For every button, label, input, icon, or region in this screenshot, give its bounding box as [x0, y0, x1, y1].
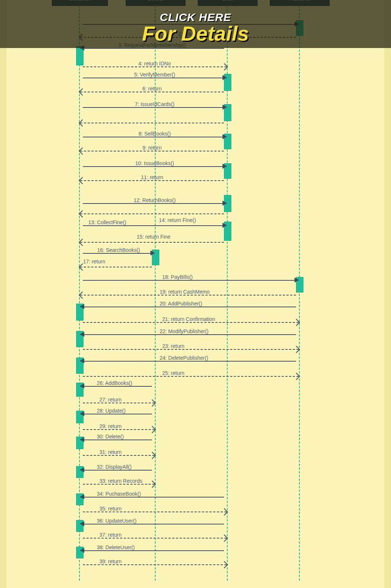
message-label: 27: return [99, 397, 122, 403]
message-label: 17: return [83, 259, 105, 264]
call-message: 7: IssueIdCards() [83, 103, 227, 111]
return-message: 31: return [83, 451, 154, 459]
message-label: 4: return IDNo [139, 61, 171, 66]
call-message: 34: PuchaseBook() [80, 493, 224, 500]
return-message: 6: return [80, 88, 224, 95]
message-label: 34: PuchaseBook() [97, 491, 141, 497]
message-label: 26: AddBooks() [97, 380, 132, 386]
message-label: 8: SellBooks() [139, 131, 171, 137]
return-message: 29: return [83, 425, 154, 433]
message-label: 38: DeleteUser() [97, 544, 135, 550]
overlay-line2: For Details [0, 21, 391, 45]
message-label: 10: IssueBooks() [135, 160, 174, 166]
return-message: 21: return Confirmation [83, 318, 299, 326]
message-label: 9: return [142, 145, 162, 151]
message-label: 37: return [99, 532, 122, 538]
return-message: 19: return CashMemo [80, 291, 296, 298]
message-label: 32: DisplayAll() [97, 464, 132, 470]
return-message: 27: return [83, 399, 154, 406]
message-label: 28: Update() [97, 408, 126, 414]
call-message: 5: VerifyMember() [83, 74, 227, 81]
message-label: 33: return Records [99, 478, 142, 484]
message-label: 6: return [142, 86, 162, 92]
message-label: 39: return [99, 558, 122, 564]
call-message: 22: ModifyPublisher() [80, 331, 296, 338]
call-message: 32: DisplayAll() [80, 466, 152, 474]
return-message: 11: return [80, 177, 224, 184]
call-message: 20: AddPublisher() [80, 303, 296, 310]
return-message: 37: return [83, 534, 227, 541]
message-label: 20: AddPublisher() [160, 301, 202, 307]
call-message: 30: Delete() [80, 436, 152, 443]
message-label: 30: Delete() [97, 434, 124, 440]
message-label: 5: VerifyMember() [134, 72, 175, 78]
message-label: 29: return [99, 423, 122, 429]
message-label: 21: return Confirmation [162, 316, 215, 322]
return-message: 33: return Records [83, 480, 154, 488]
return-message: 35: return [83, 508, 227, 515]
call-message: 16: SearchBooks() [83, 249, 154, 257]
message-label: 19: return CashMemo [160, 289, 210, 295]
message-label: 11: return [141, 174, 163, 180]
call-message: 36: UpdateUser() [80, 520, 224, 527]
message-label: 15: return Fine [137, 234, 170, 240]
call-message: 8: SellBooks() [83, 133, 227, 140]
lifeline-publisher [299, 5, 300, 581]
return-message [80, 210, 224, 217]
message-label: 12: ReturnBooks() [134, 197, 176, 203]
return-message: 4: return IDNo [83, 63, 227, 70]
message-label: 31: return [99, 449, 122, 455]
call-message: 18: PayBills() [83, 276, 299, 284]
call-message: 28: Update() [80, 410, 152, 417]
message-label: 35: return [99, 506, 122, 512]
call-message: 12: ReturnBooks() [83, 199, 227, 207]
message-label: 24: DeletePublisher() [160, 355, 208, 361]
call-message: 26: AddBooks() [80, 382, 152, 390]
return-message: 23: return [83, 345, 299, 353]
message-label: 13: CollectFine() [88, 219, 126, 225]
return-message: 25: return [83, 372, 299, 380]
click-overlay[interactable]: CLICK HERE For Details [0, 0, 391, 48]
call-message: 10: IssueBooks() [83, 163, 227, 170]
message-label: 7: IssueIdCards() [135, 101, 174, 107]
return-message [80, 119, 224, 126]
call-message: 38: DeleteUser() [80, 547, 224, 554]
message-label: 36: UpdateUser() [97, 518, 136, 524]
call-message: 13: CollectFine() [83, 222, 227, 229]
message-label: 23: return [162, 343, 184, 349]
message-label: 22: ModifyPublisher() [160, 328, 208, 334]
message-label: 18: PayBills() [162, 274, 193, 280]
message-label: 14: return Fine() [159, 217, 196, 223]
message-label: 25: return [162, 370, 184, 376]
call-message: 24: DeletePublisher() [80, 357, 296, 365]
message-label: 16: SearchBooks() [97, 247, 140, 253]
return-message: 9: return [80, 147, 224, 154]
return-message: 39: return [83, 561, 227, 568]
